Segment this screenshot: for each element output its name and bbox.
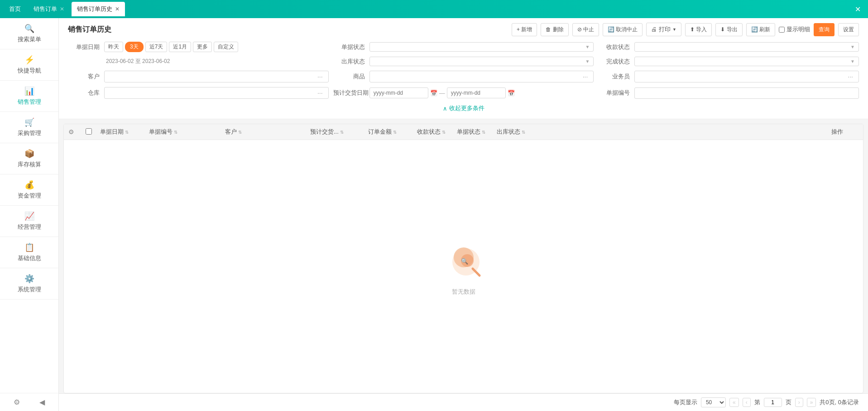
calendar-to-icon[interactable]: 📅 <box>508 90 515 97</box>
warehouse-dots-btn[interactable]: ··· <box>316 89 325 97</box>
complete-status-label: 完成状态 <box>598 58 634 66</box>
next-page-button[interactable]: › <box>795 398 803 407</box>
filter-out-status: 出库状态 ▼ <box>333 57 594 66</box>
col-doc-status-label: 单据状态 <box>457 128 480 136</box>
expected-date-label: 预计交货日期 <box>333 89 369 97</box>
sidebar-item-inventory[interactable]: 📦 库存核算 <box>0 143 58 174</box>
table-select-all-checkbox[interactable] <box>86 128 92 135</box>
tab-sales-history[interactable]: 销售订单历史 ✕ <box>72 2 125 16</box>
col-number[interactable]: 单据编号 ⇅ <box>149 128 221 136</box>
import-button[interactable]: ⬆ 导入 <box>685 23 712 36</box>
customer-dots-btn[interactable]: ··· <box>316 73 325 80</box>
col-date-label: 单据日期 <box>100 128 124 136</box>
first-page-button[interactable]: « <box>729 398 739 407</box>
basic-info-icon: 📋 <box>24 242 34 252</box>
operations-icon: 📈 <box>24 211 34 221</box>
filter-expected-date: 预计交货日期 📅 — 📅 <box>333 87 594 99</box>
sidebar-item-search-menu[interactable]: 🔍 搜索菜单 <box>0 18 58 49</box>
sidebar-item-sales-mgmt[interactable]: 📊 销售管理 <box>0 81 58 112</box>
date-btn-7days[interactable]: 近7天 <box>145 42 168 52</box>
sidebar-item-purchase-mgmt[interactable]: 🛒 采购管理 <box>0 112 58 143</box>
date-btn-today[interactable]: 昨天 <box>104 42 123 52</box>
receipt-status-select[interactable]: ▼ <box>634 42 859 52</box>
date-btn-3days[interactable]: 3天 <box>125 42 144 52</box>
sidebar-item-operations-label: 经营管理 <box>18 223 41 231</box>
complete-status-select[interactable]: ▼ <box>634 57 859 66</box>
page-title: 销售订单历史 <box>68 25 111 34</box>
col-doc-status[interactable]: 单据状态 ⇅ <box>457 128 493 136</box>
col-number-label: 单据编号 <box>149 128 173 136</box>
table-gear-icon[interactable]: ⚙ <box>68 128 74 135</box>
tab-home[interactable]: 首页 <box>4 2 26 16</box>
display-toggle-checkbox[interactable] <box>779 27 785 33</box>
sidebar-item-finance[interactable]: 💰 资金管理 <box>0 174 58 206</box>
sidebar-item-system[interactable]: ⚙️ 系统管理 <box>0 268 58 300</box>
date-btn-custom[interactable]: 自定义 <box>214 42 238 52</box>
expected-date-to[interactable] <box>447 87 506 98</box>
out-status-arrow-icon: ▼ <box>585 59 590 64</box>
table-area: ⚙ 单据日期 ⇅ 单据编号 ⇅ 客户 ⇅ 预计交货... <box>63 124 863 393</box>
col-receipt-status-sort-icon: ⇅ <box>442 130 446 135</box>
receipt-status-arrow-icon: ▼ <box>850 44 855 49</box>
inventory-icon: 📦 <box>24 149 34 159</box>
calendar-from-icon[interactable]: 📅 <box>430 90 437 97</box>
date-btn-more[interactable]: 更多 <box>193 42 212 52</box>
col-customer[interactable]: 客户 ⇅ <box>225 128 307 136</box>
tab-sales-history-close[interactable]: ✕ <box>115 6 120 12</box>
delete-button[interactable]: 🗑 删除 <box>541 23 568 36</box>
page-input[interactable] <box>764 398 782 407</box>
window-close-icon[interactable]: ✕ <box>851 3 864 15</box>
filter-doc-status: 单据状态 ▼ <box>333 42 594 52</box>
salesperson-label: 业务员 <box>598 73 634 81</box>
per-page-label: 每页显示 <box>674 398 697 406</box>
filter-row-3: 仓库 ··· 预计交货日期 📅 — 📅 <box>68 87 859 99</box>
collapse-button[interactable]: ∧ 收起更多条件 <box>68 102 859 114</box>
expected-date-from[interactable] <box>369 87 428 98</box>
refresh-button[interactable]: 🔄 刷新 <box>746 23 775 36</box>
sidebar-collapse-icon[interactable]: ◀ <box>39 398 45 406</box>
filter-section: 销售订单历史 + 新增 🗑 删除 ⊘ 中止 🔄 取消中止 🖨 打印 ▼ ⬆ 导入… <box>59 18 868 119</box>
filter-date-range-display: x 2023-06-02 至 2023-06-02 <box>68 57 329 66</box>
sidebar-item-basic-info[interactable]: 📋 基础信息 <box>0 237 58 268</box>
main-content: 销售订单历史 + 新增 🗑 删除 ⊘ 中止 🔄 取消中止 🖨 打印 ▼ ⬆ 导入… <box>59 18 868 411</box>
sidebar-item-operations[interactable]: 📈 经营管理 <box>0 206 58 237</box>
col-receipt-status[interactable]: 收款状态 ⇅ <box>417 128 453 136</box>
date-btn-month[interactable]: 近1月 <box>169 42 191 52</box>
col-expected-date-sort-icon: ⇅ <box>340 130 344 135</box>
display-toggle[interactable]: 显示明细 <box>779 25 810 34</box>
export-button[interactable]: ⬇ 导出 <box>715 23 742 36</box>
query-button[interactable]: 查询 <box>814 23 834 36</box>
col-amount[interactable]: 订单金额 ⇅ <box>368 128 413 136</box>
filter-product: 商品 ··· <box>333 71 594 82</box>
last-page-button[interactable]: » <box>807 398 816 407</box>
salesperson-dots-btn[interactable]: ··· <box>846 73 855 80</box>
col-date[interactable]: 单据日期 ⇅ <box>100 128 145 136</box>
tab-sales-order[interactable]: 销售订单 ✕ <box>28 2 70 16</box>
print-button[interactable]: 🖨 打印 ▼ <box>646 23 681 36</box>
prev-page-button[interactable]: ‹ <box>743 398 751 407</box>
tab-sales-order-close[interactable]: ✕ <box>60 6 64 12</box>
empty-illustration: 🔍 <box>441 237 486 282</box>
col-out-status[interactable]: 出库状态 ⇅ <box>497 128 533 136</box>
receipt-status-label: 收款状态 <box>598 43 634 51</box>
filter-salesperson: 业务员 ··· <box>598 71 859 82</box>
per-page-select[interactable]: 50 10 20 100 <box>701 397 726 407</box>
sidebar-item-quick-nav[interactable]: ⚡ 快捷导航 <box>0 49 58 81</box>
new-button[interactable]: + 新增 <box>512 23 537 36</box>
out-status-label: 出库状态 <box>333 58 369 66</box>
product-dots-btn[interactable]: ··· <box>581 73 590 80</box>
sidebar-item-quick-nav-label: 快捷导航 <box>18 67 41 75</box>
empty-text: 暂无数据 <box>452 288 475 296</box>
stop-button[interactable]: ⊘ 中止 <box>572 23 599 36</box>
out-status-select[interactable]: ▼ <box>369 57 594 66</box>
doc-status-select[interactable]: ▼ <box>369 42 594 52</box>
sidebar-settings-icon[interactable]: ⚙ <box>14 398 20 406</box>
col-doc-status-sort-icon: ⇅ <box>482 130 485 135</box>
svg-text:🔍: 🔍 <box>461 257 469 265</box>
cancel-stop-button[interactable]: 🔄 取消中止 <box>603 23 643 36</box>
tab-sales-history-label: 销售订单历史 <box>77 5 112 13</box>
filter-date: 单据日期 昨天 3天 近7天 近1月 更多 自定义 <box>68 42 329 52</box>
doc-number-input[interactable] <box>634 87 859 99</box>
col-expected-date[interactable]: 预计交货... ⇅ <box>310 128 364 136</box>
settings-button[interactable]: 设置 <box>838 23 859 36</box>
